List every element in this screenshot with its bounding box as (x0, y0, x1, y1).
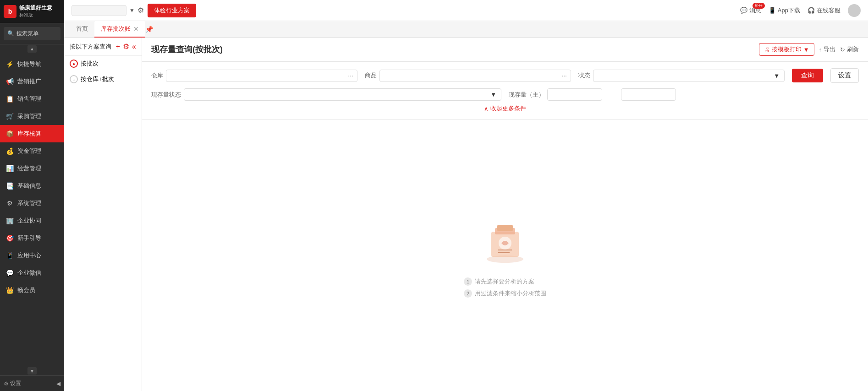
sidebar-item-label: 营销推广 (17, 77, 41, 86)
sidebar-settings-button[interactable]: ⚙ 设置 (4, 380, 21, 387)
sidebar-item-label: 系统管理 (17, 199, 41, 207)
topbar-dropdown-button[interactable]: ▼ (129, 7, 135, 14)
sidebar-item-finance[interactable]: 💰 资金管理 (0, 142, 64, 160)
scroll-up-arrow[interactable]: ▲ (27, 45, 37, 53)
sidebar-collapse-button[interactable]: ◀ (56, 380, 60, 387)
product-more-button[interactable]: ··· (558, 72, 571, 79)
sidebar-item-label: 企业协同 (17, 217, 41, 225)
sidebar-item-quick-nav[interactable]: ⚡ 快捷导航 (0, 55, 64, 73)
refresh-button[interactable]: ↻ 刷新 (840, 45, 859, 54)
message-icon: 💬 (740, 7, 747, 14)
tab-close-icon[interactable]: ✕ (133, 25, 139, 33)
sidebar-item-inventory[interactable]: 📦 库存核算 (0, 125, 64, 142)
sidebar-item-label: 快捷导航 (17, 60, 41, 68)
sidebar-item-system[interactable]: ⚙ 系统管理 (0, 195, 64, 212)
online-service-button[interactable]: 🎧 在线客服 (808, 6, 841, 15)
add-scheme-button[interactable]: + (116, 42, 120, 51)
sidebar-item-basic-info[interactable]: 📑 基础信息 (0, 177, 64, 195)
sidebar-item-purchase[interactable]: 🛒 采购管理 (0, 108, 64, 125)
scroll-down-arrow[interactable]: ▼ (27, 367, 37, 375)
topbar-search-input[interactable] (71, 5, 126, 16)
page-header: 现存量查询(按批次) 🖨 按模板打印 ▼ ↑ 导出 ↻ 刷新 (142, 38, 868, 62)
product-input[interactable] (380, 70, 558, 81)
warehouse-label: 仓库 (151, 71, 163, 80)
range-dash: — (605, 91, 618, 98)
stock-quantity-min-input[interactable] (547, 88, 602, 101)
enterprise-icon: 🏢 (5, 217, 14, 225)
tab-inventory-batch[interactable]: 库存批次账 ✕ (94, 21, 145, 38)
add-icon: + (116, 43, 120, 50)
sidebar-item-label: 新手引导 (17, 234, 41, 242)
warehouse-more-button[interactable]: ··· (344, 72, 357, 79)
stock-status-dropdown[interactable]: ▼ (184, 88, 501, 101)
sidebar-item-sales[interactable]: 📋 销售管理 (0, 90, 64, 108)
filter-row-2: 现存量状态 ▼ 现存量（主） — (151, 88, 859, 101)
settings-button[interactable]: 设置 (830, 68, 859, 83)
status-dropdown[interactable]: ▼ (593, 70, 785, 82)
scheme-settings-button[interactable]: ⚙ (123, 42, 129, 51)
sidebar-item-enterprise[interactable]: 🏢 企业协同 (0, 212, 64, 229)
sales-icon: 📋 (5, 95, 14, 103)
print-button[interactable]: 🖨 按模板打印 ▼ (759, 43, 814, 56)
left-panel-collapse-button[interactable]: « (132, 42, 136, 51)
sidebar-item-members[interactable]: 👑 畅会员 (0, 282, 64, 299)
empty-state: 1 请先选择要分析的方案 2 用过滤条件来缩小分析范围 (142, 119, 868, 391)
tip-number: 2 (464, 289, 472, 298)
app-download-label: App下载 (778, 6, 800, 15)
quick-nav-icon: ⚡ (5, 60, 14, 68)
sidebar-item-new-guide[interactable]: 🎯 新手引导 (0, 229, 64, 247)
service-icon: 🎧 (808, 7, 815, 14)
export-button[interactable]: ↑ 导出 (819, 45, 836, 54)
scheme-item-by-batch[interactable]: ● 按批次 (64, 56, 142, 71)
scheme-label: 按批次 (81, 60, 99, 68)
sidebar-logo: b (4, 5, 16, 18)
sidebar-item-label: 资金管理 (17, 147, 41, 155)
dropdown-icon: ▼ (490, 91, 496, 98)
topbar-right: 💬 消息 99+ 📱 App下载 🎧 在线客服 (740, 4, 861, 17)
tip-text: 请先选择要分析的方案 (475, 277, 534, 286)
online-service-label: 在线客服 (817, 6, 841, 15)
stock-status-filter-group: 现存量状态 ▼ (151, 88, 501, 101)
sidebar-search-button[interactable]: 🔍 搜索菜单 (4, 27, 60, 40)
query-button[interactable]: 查询 (792, 69, 823, 82)
stock-quantity-filter-group: 现存量（主） — (509, 88, 859, 101)
sidebar-item-operations[interactable]: 📊 经营管理 (0, 160, 64, 177)
system-icon: ⚙ (5, 199, 14, 207)
collapse-label: ◀ (56, 380, 60, 387)
tab-pin-button[interactable]: 📌 (145, 26, 153, 33)
tab-home[interactable]: 首页 (70, 21, 94, 38)
sidebar-header-text: 畅康通好生意 标准版 (19, 5, 52, 18)
settings-icon: ⚙ (4, 380, 9, 387)
scheme-item-by-warehouse-batch[interactable]: ○ 按仓库+批次 (64, 71, 142, 87)
sidebar-item-label: 畅会员 (17, 286, 35, 294)
settings-icon: ⚙ (123, 43, 129, 50)
stock-quantity-max-input[interactable] (621, 88, 676, 101)
warehouse-filter-group: 仓库 ··· (151, 70, 357, 82)
collapse-button[interactable]: ∧ 收起更多条件 (151, 104, 859, 113)
operations-icon: 📊 (5, 164, 14, 173)
finance-icon: 💰 (5, 147, 14, 155)
topbar-gear-button[interactable]: ⚙ (137, 6, 144, 15)
stock-quantity-label: 现存量（主） (509, 91, 544, 99)
topbar: ▼ ⚙ 体验行业方案 💬 消息 99+ 📱 App下载 🎧 在线客服 (64, 0, 868, 21)
sidebar: b 畅康通好生意 标准版 🔍 搜索菜单 ▲ ⚡ 快捷导航 📢 营销推广 📋 销售… (0, 0, 64, 391)
sidebar-item-label: 库存核算 (17, 130, 41, 138)
warehouse-input[interactable] (166, 70, 344, 81)
sidebar-item-label: 基础信息 (17, 182, 41, 190)
tip-number: 1 (464, 277, 472, 286)
product-label: 商品 (365, 71, 377, 80)
messages-button[interactable]: 💬 消息 99+ (740, 6, 761, 15)
left-panel-header: 按以下方案查询 + ⚙ « (64, 38, 142, 56)
search-icon: 🔍 (7, 30, 14, 37)
product-input-container: ··· (379, 70, 571, 82)
sidebar-item-marketing[interactable]: 📢 营销推广 (0, 73, 64, 90)
sidebar-item-label: 采购管理 (17, 112, 41, 120)
sidebar-item-app-center[interactable]: 📱 应用中心 (0, 247, 64, 264)
user-avatar[interactable] (848, 4, 861, 17)
sidebar-item-enterprise-wechat[interactable]: 💬 企业微信 (0, 264, 64, 282)
export-label: 导出 (824, 45, 835, 54)
trial-button[interactable]: 体验行业方案 (148, 4, 196, 17)
tab-label: 库存批次账 (101, 25, 131, 33)
sidebar-item-label: 经营管理 (17, 164, 41, 173)
app-download-button[interactable]: 📱 App下载 (769, 6, 800, 15)
